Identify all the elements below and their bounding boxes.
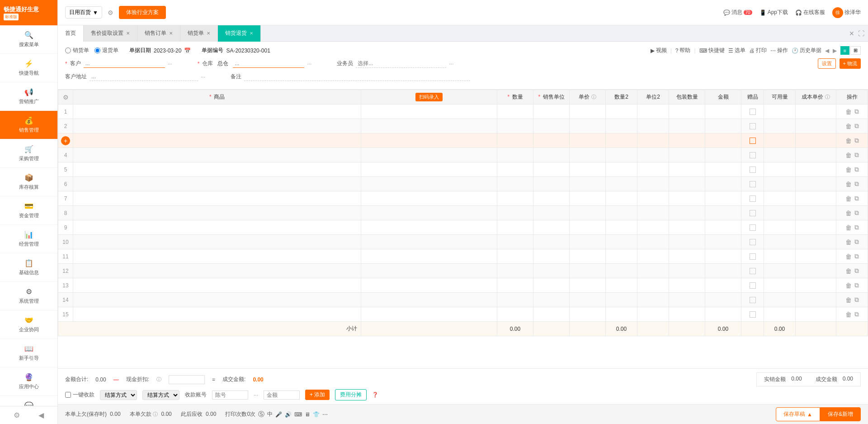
copy-row-icon[interactable]: ⧉ — [854, 267, 859, 275]
message-area[interactable]: 💬 消息 70 — [723, 9, 752, 16]
price-cell[interactable] — [570, 105, 606, 119]
price-cell-active[interactable] — [570, 133, 606, 148]
one-click-checkbox[interactable] — [65, 392, 71, 398]
tab-sales-delivery[interactable]: 销货单 ✕ — [180, 25, 218, 42]
calc-method-select[interactable]: 结算方式 — [142, 390, 179, 400]
info-discount-icon[interactable]: ⓘ — [156, 376, 161, 383]
nav-prev-icon[interactable]: ◀ — [825, 48, 829, 54]
product-cell[interactable] — [73, 105, 361, 119]
unit2-cell[interactable] — [637, 119, 669, 133]
warehouse-more-icon[interactable]: ··· — [307, 61, 311, 67]
qty-cell-active[interactable] — [497, 133, 533, 148]
account-input[interactable] — [212, 391, 248, 400]
operation-toolbar-item[interactable]: ⋯ 操作 — [770, 47, 788, 54]
add-row-btn[interactable]: + — [61, 136, 70, 145]
view-grid-btn[interactable]: ⊞ — [850, 46, 861, 55]
avail-cell-active[interactable] — [764, 133, 796, 148]
delete-row-icon[interactable]: 🗑 — [845, 152, 852, 159]
copy-row-icon[interactable]: ⧉ — [854, 122, 859, 130]
user-area[interactable]: 徐 徐泽华 — [832, 7, 861, 18]
expand-icon[interactable]: ⛶ — [858, 30, 864, 37]
calendar-icon[interactable]: 📅 — [184, 48, 191, 54]
more-dots-icon[interactable]: ··· — [254, 392, 258, 398]
sidebar-item-purchase[interactable]: 🛒 采购管理 — [0, 139, 57, 168]
single-debt-info-icon[interactable]: ⓘ — [153, 411, 158, 417]
gift-checkbox[interactable] — [750, 195, 756, 202]
tab-sales-delivery-close[interactable]: ✕ — [207, 31, 210, 36]
gift-checkbox[interactable] — [750, 311, 756, 318]
sidebar-item-inventory[interactable]: 📦 库存核算 — [0, 168, 57, 196]
sidebar-item-operation[interactable]: 📊 经营管理 — [0, 225, 57, 253]
radio-delivery[interactable]: 销货单 — [65, 47, 89, 54]
radio-return[interactable]: 退货单 — [94, 47, 118, 54]
tab-home[interactable]: 首页 — [58, 25, 84, 42]
gift-cell-active[interactable] — [741, 133, 764, 148]
copy-row-icon[interactable]: ⧉ — [854, 166, 859, 173]
delete-row-icon[interactable]: 🗑 — [845, 282, 852, 289]
settings-icon[interactable]: ⚙ — [14, 411, 20, 419]
gift-checkbox[interactable] — [750, 253, 756, 260]
copy-row-icon[interactable]: ⧉ — [854, 224, 859, 231]
delete-row-icon[interactable]: 🗑 — [845, 253, 852, 260]
service-area[interactable]: 🎧 在线客服 — [795, 9, 825, 16]
copy-row-icon[interactable]: ⧉ — [854, 296, 859, 304]
unit-cell[interactable] — [533, 105, 570, 119]
sidebar-item-marketing[interactable]: 📢 营销推广 — [0, 82, 57, 111]
add-payment-button[interactable]: + 添加 — [305, 390, 330, 400]
product-cell[interactable] — [73, 119, 361, 133]
gift-checkbox[interactable] — [750, 210, 756, 216]
address-input[interactable] — [90, 72, 198, 81]
chevron-up-icon[interactable]: ▲ — [807, 411, 812, 418]
delete-row-icon[interactable]: 🗑 — [845, 166, 852, 173]
table-gear-btn[interactable]: ⚙ — [63, 94, 69, 101]
delete-row-icon[interactable]: 🗑 — [845, 123, 852, 130]
qty2-cell[interactable] — [606, 105, 637, 119]
copy-row-icon[interactable]: ⧉ — [854, 238, 859, 246]
sidebar-item-guide[interactable]: 📖 新手引导 — [0, 339, 57, 367]
amount-cell-active[interactable] — [705, 133, 741, 148]
qty2-cell-active[interactable] — [606, 133, 637, 148]
gift-checkbox[interactable] — [750, 123, 756, 129]
address-more-icon[interactable]: ··· — [201, 74, 205, 80]
sidebar-item-sales[interactable]: 💰 销售管理 — [0, 111, 57, 139]
delete-row-icon[interactable]: 🗑 — [845, 311, 852, 318]
gift-cell[interactable] — [741, 119, 764, 133]
product-input[interactable] — [76, 109, 358, 115]
discount-input[interactable] — [169, 375, 205, 384]
radio-return-input[interactable] — [94, 48, 100, 53]
qty-cell[interactable] — [497, 105, 533, 119]
unit-cell-active[interactable] — [533, 133, 570, 148]
delete-row-icon[interactable]: 🗑 — [845, 181, 852, 188]
price-cell[interactable] — [570, 119, 606, 133]
avail-cell[interactable] — [764, 105, 796, 119]
delete-row-icon[interactable]: 🗑 — [845, 210, 852, 217]
save-new-button[interactable]: 保存&新增 — [820, 407, 861, 421]
nav-next-icon[interactable]: ▶ — [833, 48, 837, 54]
delete-row-icon[interactable]: 🗑 — [845, 108, 852, 115]
save-draft-button[interactable]: 保存草稿 ▲ — [776, 407, 820, 421]
sidebar-item-system[interactable]: ⚙ 系统管理 — [0, 282, 57, 310]
help-circle-icon[interactable]: ❓ — [372, 392, 378, 398]
tab-sales-return[interactable]: 销货退货 ✕ — [218, 25, 261, 42]
copy-row-icon[interactable]: ⧉ — [854, 310, 859, 318]
cost-info-icon[interactable]: ⓘ — [825, 94, 830, 100]
one-click-label[interactable]: 一键收款 — [65, 391, 94, 399]
qty-cell[interactable] — [497, 119, 533, 133]
gift-checkbox[interactable] — [750, 181, 756, 187]
gift-checkbox[interactable] — [750, 239, 756, 245]
qty2-cell[interactable] — [606, 119, 637, 133]
copy-row-icon[interactable]: ⧉ — [854, 195, 859, 202]
gift-checkbox[interactable] — [750, 297, 756, 303]
sidebar-item-search[interactable]: 🔍 搜索菜单 — [0, 25, 57, 54]
gift-checkbox[interactable] — [750, 152, 756, 158]
sidebar-item-apps[interactable]: 🔮 应用中心 — [0, 367, 57, 396]
gift-cell[interactable] — [741, 105, 764, 119]
add-row-cell[interactable]: + — [58, 133, 73, 148]
remark-input[interactable] — [244, 72, 470, 81]
copy-row-icon[interactable]: ⧉ — [854, 151, 859, 159]
logistics-button[interactable]: + 物流 — [840, 58, 861, 69]
tab-price-close[interactable]: ✕ — [126, 31, 130, 36]
sidebar-item-enterprise[interactable]: 🤝 企业协同 — [0, 310, 57, 339]
pack-cell[interactable] — [669, 119, 705, 133]
amount-input[interactable] — [264, 391, 300, 400]
